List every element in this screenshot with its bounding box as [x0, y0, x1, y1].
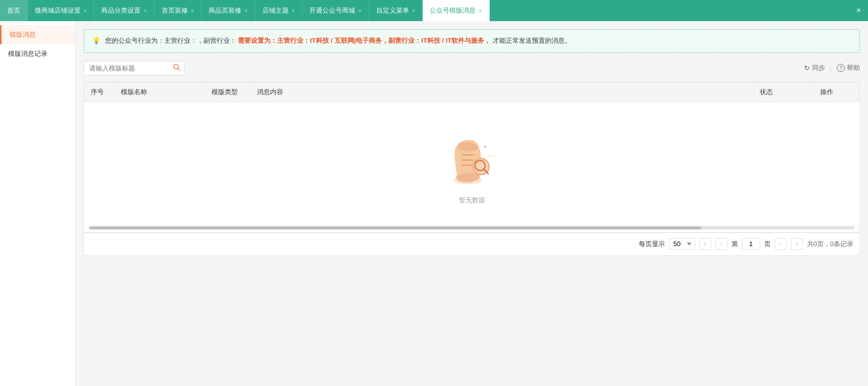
nav-tab-template-msg[interactable]: 公众号模版消息 ×: [423, 0, 489, 21]
nav-tab-home-label: 首页: [7, 6, 20, 15]
nav-tab-home-decor[interactable]: 首页装修 ×: [155, 0, 202, 21]
page-prefix: 第: [731, 240, 738, 249]
col-header-content: 消息内容: [251, 82, 754, 102]
next-page-button[interactable]: ›: [775, 238, 787, 250]
nav-tab-category-settings-label: 商品分类设置: [101, 6, 141, 15]
help-label: 帮助: [847, 63, 860, 72]
close-all-icon: ×: [856, 6, 861, 15]
sidebar-item-template-msg-log[interactable]: 模版消息记录: [0, 44, 75, 63]
nav-tab-shop-theme-close[interactable]: ×: [292, 8, 295, 14]
page-size-label: 每页显示: [639, 240, 665, 249]
nav-tab-product-decor[interactable]: 商品页装修 ×: [202, 0, 255, 21]
nav-tab-shop-settings-close[interactable]: ×: [84, 8, 87, 14]
search-button[interactable]: [173, 64, 180, 72]
col-header-action: 操作: [814, 82, 859, 102]
toolbar-actions: ↻ 同步 | ? 帮助: [804, 63, 860, 72]
search-bar: ↻ 同步 | ? 帮助: [84, 61, 860, 75]
nav-tab-open-mall-close[interactable]: ×: [358, 8, 361, 14]
content-area: 💡 您的公众号行业为：主营行业：，副营行业： 需要设置为：主营行业：IT科技 /…: [76, 21, 868, 386]
sidebar-item-template-msg[interactable]: 模版消息: [0, 25, 75, 44]
scrollbar-thumb[interactable]: [89, 226, 701, 229]
nav-tab-custom-menu-label: 自定义菜单: [376, 6, 409, 15]
data-table: 序号 模版名称 模版类型 消息内容 状态: [84, 82, 859, 225]
first-page-button[interactable]: «: [699, 238, 711, 250]
nav-tab-shop-theme-label: 店铺主题: [262, 6, 289, 15]
col-header-type: 模版类型: [206, 82, 251, 102]
industry-alert: 💡 您的公众号行业为：主营行业：，副营行业： 需要设置为：主营行业：IT科技 /…: [84, 29, 860, 53]
page-suffix: 页: [764, 240, 771, 249]
prev-page-button[interactable]: ‹: [715, 238, 727, 250]
sidebar-item-template-msg-log-label: 模版消息记录: [8, 50, 47, 57]
empty-state: ✦ ✦ 暂无数据: [85, 102, 859, 225]
nav-tab-template-msg-label: 公众号模版消息: [430, 6, 476, 15]
empty-text: 暂无数据: [459, 196, 485, 205]
current-page-input[interactable]: [742, 238, 760, 250]
search-input-wrap: [84, 61, 184, 75]
sync-icon: ↻: [804, 64, 810, 72]
sync-label: 同步: [812, 63, 825, 72]
empty-state-cell: ✦ ✦ 暂无数据: [85, 102, 859, 225]
data-table-wrapper: 序号 模版名称 模版类型 消息内容 状态: [84, 82, 860, 225]
nav-tab-product-decor-label: 商品页装修: [209, 6, 241, 15]
first-page-icon: «: [703, 241, 707, 248]
alert-icon: 💡: [92, 37, 100, 44]
nav-tab-open-mall-label: 开通公众号商城: [309, 6, 355, 15]
toolbar-divider: |: [830, 64, 832, 72]
prev-page-icon: ‹: [720, 241, 722, 248]
alert-prefix: 您的公众号行业为：主营行业：，副营行业：: [105, 37, 236, 44]
nav-tab-home[interactable]: 首页: [0, 0, 28, 21]
help-icon: ?: [837, 64, 845, 72]
page-size-select[interactable]: 10 20 50 100: [669, 238, 695, 250]
sync-button[interactable]: ↻ 同步: [804, 63, 825, 72]
nav-tab-shop-settings[interactable]: 微商城店铺设置 ×: [28, 0, 94, 21]
sidebar: 模版消息 模版消息记录: [0, 21, 76, 386]
nav-tab-shop-theme[interactable]: 店铺主题 ×: [255, 0, 302, 21]
nav-tab-category-settings[interactable]: 商品分类设置 ×: [94, 0, 154, 21]
last-page-icon: »: [795, 241, 798, 248]
svg-text:✦: ✦: [483, 144, 487, 149]
nav-tab-shop-settings-label: 微商城店铺设置: [35, 6, 81, 15]
nav-tab-custom-menu-close[interactable]: ×: [412, 8, 415, 14]
nav-tab-product-decor-close[interactable]: ×: [244, 8, 247, 14]
pagination: 每页显示 10 20 50 100 « ‹ 第 页 › » 共0页，0条记录: [84, 233, 860, 256]
top-navigation: 首页 微商城店铺设置 × 商品分类设置 × 首页装修 × 商品页装修 × 店铺主…: [0, 0, 868, 21]
table-empty-row: ✦ ✦ 暂无数据: [85, 102, 859, 225]
nav-tab-category-settings-close[interactable]: ×: [144, 8, 147, 14]
last-page-button[interactable]: »: [791, 238, 803, 250]
scrollbar-track: [89, 226, 854, 229]
close-all-tabs-button[interactable]: ×: [849, 0, 868, 21]
col-header-seq: 序号: [85, 82, 115, 102]
svg-line-1: [178, 68, 180, 70]
horizontal-scrollbar[interactable]: [84, 226, 860, 233]
total-info: 共0页，0条记录: [807, 240, 853, 249]
next-page-icon: ›: [780, 241, 782, 248]
nav-tab-custom-menu[interactable]: 自定义菜单 ×: [369, 0, 423, 21]
nav-tab-home-decor-close[interactable]: ×: [191, 8, 194, 14]
nav-tab-template-msg-close[interactable]: ×: [479, 8, 482, 14]
sidebar-item-template-msg-label: 模版消息: [10, 31, 36, 38]
main-layout: 模版消息 模版消息记录 💡 您的公众号行业为：主营行业：，副营行业： 需要设置为…: [0, 21, 868, 386]
alert-suffix: 才能正常发送预置的消息。: [493, 37, 571, 44]
svg-text:✦: ✦: [488, 154, 492, 159]
table-header-row: 序号 模版名称 模版类型 消息内容 状态: [85, 82, 859, 102]
empty-illustration: ✦ ✦: [447, 132, 497, 188]
alert-highlight: 需要设置为：主营行业：IT科技 / 互联网|电子商务，副营行业：IT科技 / I…: [238, 37, 491, 44]
help-button[interactable]: ? 帮助: [837, 63, 860, 72]
nav-tab-open-mall[interactable]: 开通公众号商城 ×: [302, 0, 369, 21]
col-header-status: 状态: [754, 82, 814, 102]
col-header-name: 模版名称: [115, 82, 206, 102]
nav-tab-home-decor-label: 首页装修: [162, 6, 188, 15]
search-input[interactable]: [84, 61, 184, 75]
